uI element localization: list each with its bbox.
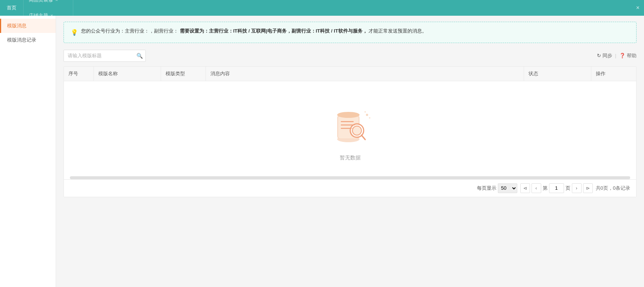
total-text: 共0页，0条记录 — [596, 185, 630, 192]
svg-point-12 — [364, 111, 366, 113]
table-header-status: 状态 — [524, 67, 591, 81]
page-di-label: 第 — [543, 185, 548, 192]
home-label: 首页 — [7, 4, 16, 11]
nav-tab-label: 商品页装修 — [29, 0, 53, 3]
sync-icon: ↻ — [597, 53, 601, 58]
content-area: 💡 您的公众号行业为：主营行业：，副营行业： 需要设置为：主营行业：IT科技 /… — [56, 16, 644, 287]
help-label: 帮助 — [627, 52, 637, 59]
toolbar-divider: | — [615, 53, 616, 58]
page-size-label: 每页显示 — [477, 185, 496, 192]
main-layout: 模版消息模版消息记录 💡 您的公众号行业为：主营行业：，副营行业： 需要设置为：… — [0, 16, 644, 287]
nav-tab-theme[interactable]: 店铺主题× — [24, 8, 73, 16]
svg-point-11 — [369, 117, 370, 119]
page-nav: ⊲ ‹ 第 页 › ⊳ — [520, 183, 593, 193]
search-bar: 🔍 ↻ 同步 | ❓ 帮助 — [64, 50, 637, 62]
svg-point-3 — [337, 112, 360, 118]
svg-point-8 — [352, 126, 361, 135]
sync-button[interactable]: ↻ 同步 — [597, 52, 612, 59]
page-size-select: 每页显示 102050100 — [477, 183, 517, 193]
sidebar-items: 模版消息模版消息记录 — [0, 19, 56, 47]
search-icon[interactable]: 🔍 — [136, 53, 143, 59]
info-banner: 💡 您的公众号行业为：主营行业：，副营行业： 需要设置为：主营行业：IT科技 /… — [64, 22, 637, 43]
nav-tab-close-product-page[interactable]: × — [55, 0, 58, 3]
help-button[interactable]: ❓ 帮助 — [619, 52, 637, 59]
empty-text: 暂无数据 — [340, 155, 361, 161]
sidebar-item-template-record[interactable]: 模版消息记录 — [0, 33, 56, 47]
data-table: 序号模版名称模版类型消息内容状态操作 — [64, 66, 637, 197]
page-size-dropdown[interactable]: 102050100 — [498, 183, 517, 193]
nav-tab-product-page[interactable]: 商品页装修× — [24, 0, 73, 8]
page-input-wrap: 第 页 — [543, 183, 570, 193]
table-header: 序号模版名称模版类型消息内容状态操作 — [64, 67, 636, 81]
svg-point-10 — [366, 114, 368, 116]
table-header-action: 操作 — [591, 67, 636, 81]
page-label: 页 — [566, 185, 570, 192]
table-header-seq: 序号 — [64, 67, 94, 81]
search-input-wrap: 🔍 — [64, 50, 146, 62]
search-input[interactable] — [64, 50, 146, 62]
empty-state: 暂无数据 — [64, 81, 636, 176]
table-header-type: 模版类型 — [161, 67, 206, 81]
table-header-name: 模版名称 — [94, 67, 161, 81]
info-banner-text: 您的公众号行业为：主营行业：，副营行业： 需要设置为：主营行业：IT科技 / 互… — [81, 27, 427, 35]
last-page-button[interactable]: ⊳ — [583, 183, 593, 193]
first-page-button[interactable]: ⊲ — [520, 183, 530, 193]
sidebar: 模版消息模版消息记录 — [0, 16, 56, 287]
prev-page-button[interactable]: ‹ — [531, 183, 541, 193]
page-number-input[interactable] — [549, 183, 564, 193]
bulb-icon: 💡 — [71, 28, 78, 37]
nav-tab-close-theme[interactable]: × — [50, 13, 53, 16]
table-header-content: 消息内容 — [206, 67, 524, 81]
sidebar-item-template-msg[interactable]: 模版消息 — [0, 19, 56, 33]
sync-label: 同步 — [603, 52, 612, 59]
help-icon: ❓ — [619, 53, 625, 58]
top-nav: 首页 微商城店铺设置×商品分类设置×首页装修×商品页装修×店铺主题×开通公众号商… — [0, 0, 644, 16]
close-all-button[interactable]: × — [632, 4, 644, 11]
nav-home[interactable]: 首页 — [0, 0, 24, 16]
svg-line-9 — [361, 135, 365, 140]
pagination-bar: 每页显示 102050100 ⊲ ‹ 第 页 › ⊳ 共0页，0条记录 — [64, 179, 636, 197]
scrollbar[interactable] — [70, 176, 630, 179]
empty-illustration — [328, 104, 373, 149]
toolbar-right: ↻ 同步 | ❓ 帮助 — [597, 52, 637, 59]
nav-tabs: 微商城店铺设置×商品分类设置×首页装修×商品页装修×店铺主题×开通公众号商城×自… — [24, 0, 73, 16]
nav-tab-label: 店铺主题 — [29, 12, 48, 16]
next-page-button[interactable]: › — [572, 183, 582, 193]
